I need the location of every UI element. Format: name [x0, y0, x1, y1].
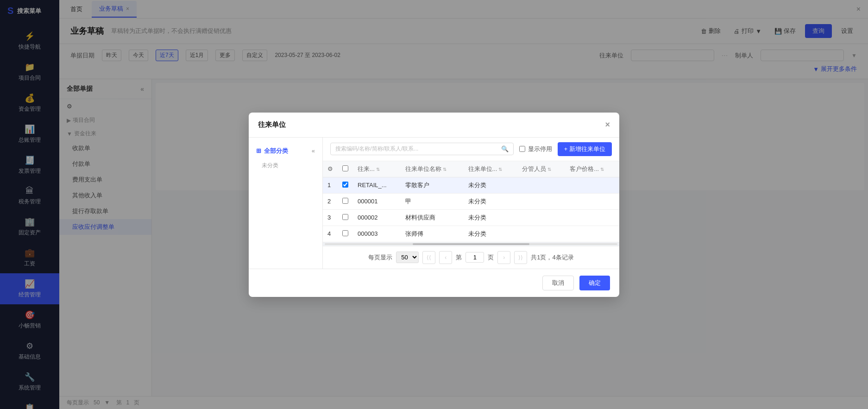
grid-icon: ⊞ — [256, 147, 261, 154]
dialog-footer: 取消 确定 — [249, 269, 619, 297]
partner-table-header: ⚙ 往来... 往来单位名称 往来单位... 分管人员 客户价格... — [323, 161, 619, 177]
horizontal-scrollbar[interactable] — [323, 242, 619, 246]
row-2-category: 未分类 — [464, 193, 518, 209]
last-page-button[interactable]: ⟩⟩ — [514, 251, 527, 264]
page-input[interactable] — [465, 252, 484, 263]
row-4-checkbox[interactable] — [338, 226, 353, 242]
row-3-code: 000002 — [353, 209, 401, 226]
pagination: 每页显示 50 ⟨⟨ ‹ 第 页 › ⟩⟩ 共1页，4条记录 — [323, 246, 619, 269]
row-1-manager — [517, 177, 565, 193]
row-1-price — [565, 177, 619, 193]
row-4-category: 未分类 — [464, 226, 518, 242]
col-settings[interactable]: ⚙ — [323, 161, 338, 177]
dialog-toolbar: 搜索编码/名称/简称/联系人/联系... 🔍 显示停用 + 新增往来单位 — [323, 138, 619, 161]
table-row[interactable]: 4 000003 张师傅 未分类 — [323, 226, 619, 242]
scrollbar-thumb[interactable] — [413, 243, 530, 245]
row-2-price — [565, 193, 619, 209]
col-manager[interactable]: 分管人员 — [517, 161, 565, 177]
total-records: 共1页，4条记录 — [531, 253, 573, 262]
row-3-name: 材料供应商 — [401, 209, 464, 226]
row-3-price — [565, 209, 619, 226]
row-2-code: 000001 — [353, 193, 401, 209]
dialog-nav-collapse-icon[interactable]: « — [312, 147, 315, 154]
col-category[interactable]: 往来单位... — [464, 161, 518, 177]
row-1-name: 零散客户 — [401, 177, 464, 193]
dialog-left-nav: ⊞ 全部分类 « 未分类 — [249, 138, 323, 269]
col-price[interactable]: 客户价格... — [565, 161, 619, 177]
add-partner-button[interactable]: + 新增往来单位 — [558, 142, 612, 156]
show-disabled-checkbox[interactable] — [519, 146, 525, 152]
partner-table: ⚙ 往来... 往来单位名称 往来单位... 分管人员 客户价格... — [323, 161, 619, 242]
dialog-title: 往来单位 — [258, 120, 286, 129]
per-page-label: 每页显示 — [368, 253, 392, 262]
dialog-close-button[interactable]: × — [605, 120, 610, 130]
row-2-name: 甲 — [401, 193, 464, 209]
partner-search-box[interactable]: 搜索编码/名称/简称/联系人/联系... 🔍 — [330, 143, 514, 155]
table-row[interactable]: 2 000001 甲 未分类 — [323, 193, 619, 209]
row-1-category: 未分类 — [464, 177, 518, 193]
dialog-header: 往来单位 × — [249, 113, 619, 138]
row-4-name: 张师傅 — [401, 226, 464, 242]
row-3-checkbox[interactable] — [338, 209, 353, 226]
row-3-category: 未分类 — [464, 209, 518, 226]
col-name[interactable]: 往来单位名称 — [401, 161, 464, 177]
table-row[interactable]: 3 000002 材料供应商 未分类 — [323, 209, 619, 226]
show-disabled-label[interactable]: 显示停用 — [519, 145, 552, 153]
scrollbar-track — [325, 243, 617, 245]
row-1-checkbox[interactable] — [338, 177, 353, 193]
row-3-manager — [517, 209, 565, 226]
page-suffix: 页 — [488, 253, 494, 262]
col-checkbox[interactable] — [338, 161, 353, 177]
dialog-right-content: 搜索编码/名称/简称/联系人/联系... 🔍 显示停用 + 新增往来单位 — [323, 138, 619, 269]
search-icon: 🔍 — [501, 145, 509, 152]
cancel-button[interactable]: 取消 — [542, 276, 574, 290]
dialog-nav-all[interactable]: ⊞ 全部分类 « — [249, 143, 322, 159]
first-page-button[interactable]: ⟨⟨ — [422, 251, 435, 264]
row-2-manager — [517, 193, 565, 209]
partner-table-scroll: ⚙ 往来... 往来单位名称 往来单位... 分管人员 客户价格... — [323, 161, 619, 242]
row-2-no: 2 — [323, 193, 338, 209]
row-1-no: 1 — [323, 177, 338, 193]
row-2-checkbox[interactable] — [338, 193, 353, 209]
row-4-no: 4 — [323, 226, 338, 242]
confirm-button[interactable]: 确定 — [579, 276, 610, 290]
col-code[interactable]: 往来... — [353, 161, 401, 177]
per-page-select[interactable]: 50 — [396, 252, 419, 263]
dialog-overlay: 往来单位 × ⊞ 全部分类 « 未分类 搜索编码/ — [0, 0, 868, 409]
row-4-manager — [517, 226, 565, 242]
next-page-button[interactable]: › — [497, 251, 510, 264]
prev-page-button[interactable]: ‹ — [439, 251, 452, 264]
row-4-code: 000003 — [353, 226, 401, 242]
row-4-price — [565, 226, 619, 242]
partner-search-placeholder: 搜索编码/名称/简称/联系人/联系... — [335, 145, 498, 153]
partner-table-body: 1 RETAIL_... 零散客户 未分类 2 — [323, 177, 619, 242]
table-row[interactable]: 1 RETAIL_... 零散客户 未分类 — [323, 177, 619, 193]
dialog-nav-unclassified[interactable]: 未分类 — [249, 159, 322, 172]
dialog-body: ⊞ 全部分类 « 未分类 搜索编码/名称/简称/联系人/联系... 🔍 — [249, 138, 619, 269]
page-label: 第 — [456, 253, 462, 262]
row-1-code: RETAIL_... — [353, 177, 401, 193]
partner-dialog: 往来单位 × ⊞ 全部分类 « 未分类 搜索编码/ — [249, 113, 619, 297]
select-all-checkbox[interactable] — [342, 165, 348, 171]
row-3-no: 3 — [323, 209, 338, 226]
